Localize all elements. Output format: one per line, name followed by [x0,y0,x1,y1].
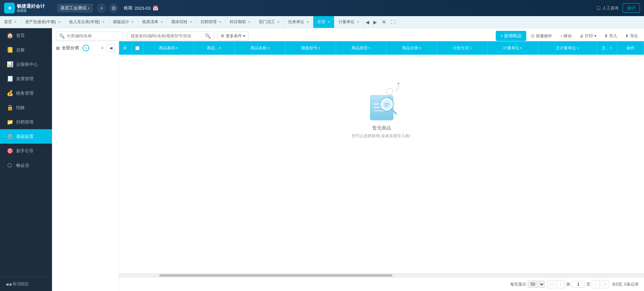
sort-category-icon[interactable]: ⇅ [419,47,421,50]
page-prev-button[interactable]: ⟨ [557,280,565,288]
tab-tax-close[interactable]: ✕ [160,20,163,24]
add-category-icon[interactable]: ＋ [100,45,105,51]
sort-unit-icon[interactable]: ⇅ [520,47,522,50]
scrollbar-thumb[interactable] [159,274,392,277]
add-product-button[interactable]: + 新增商品 [496,31,526,41]
col-barcode: 商品条码 ⇅ [143,41,194,55]
company-name: 基层工会测试 [60,5,87,11]
sidebar-item-tax[interactable]: 💰 税务管理 [0,86,52,100]
tab-balance[interactable]: 资产负债表(中期) ✕ [21,16,65,28]
settings-icon: ⚙️ [7,133,13,140]
horizontal-scrollbar[interactable] [119,273,644,277]
sidebar-item-guide[interactable]: 🎯 新手引导 [0,144,52,158]
page-number-input[interactable] [572,281,585,288]
tab-inventory[interactable]: 存货 ✕ [313,16,334,28]
col-barcode-label: 商品条码 [159,45,175,51]
tab-subject-close[interactable]: ✕ [248,20,251,24]
pin-label: 取消固定 [13,281,29,287]
add-tab-button[interactable]: ＋ [97,3,106,13]
col-main-unit-label: 主计量单位 [556,45,576,51]
import-button[interactable]: ⬆ 导入 [602,32,619,40]
tab-unit-close[interactable]: ✕ [357,20,359,24]
sidebar-item-archive[interactable]: 📁 归档管理 [0,115,52,129]
consult-button[interactable]: 🎧 人工咨询 [596,5,619,11]
sidebar-item-invoice[interactable]: 🧾 发票管理 [0,71,52,86]
sidebar-item-close-label: 结账 [16,105,25,111]
print-button[interactable]: 🖨 打印 ▾ [578,32,598,40]
tab-unit-label: 计量单位 [338,19,355,25]
page-first-button[interactable]: ⟨⟨ [547,280,555,288]
col-settings[interactable]: ⚙ [119,41,131,55]
pin-icon: ◀◀ [5,282,11,287]
tab-unit[interactable]: 计量单位 ✕ [334,16,364,28]
products-table: ⚙ 商品条码 ⇅ [119,41,644,55]
export-button[interactable]: ⬇ 导出 [623,32,640,40]
tab-dept[interactable]: 部门员工 ✕ [255,16,284,28]
tab-inventory-close[interactable]: ✕ [327,20,330,24]
tab-contact-close[interactable]: ✕ [306,20,309,24]
sidebar-item-reports[interactable]: 📊 云报表中心 [0,57,52,71]
tab-template[interactable]: 模版设计 ✕ [109,16,138,28]
tab-contact[interactable]: 往来单位 ✕ [284,16,313,28]
tab-close-all-button[interactable]: ✕ [379,19,389,25]
period-label: 账期 [124,5,132,11]
tab-inventory-label: 存货 [317,19,325,25]
pin-toggle-button[interactable]: ◀◀ 取消固定 [0,277,52,291]
page-suffix: 页 [586,282,590,287]
select-all-checkbox[interactable] [135,46,140,50]
tab-income[interactable]: 收入支出表(年报) ✕ [65,16,109,28]
page-next-button[interactable]: ⟩ [592,280,600,288]
page-size-label: 每页显示 [510,282,526,287]
page-size-selector[interactable]: 每页显示 50 20 100 [510,281,545,288]
tab-expand-button[interactable]: ⛶ [389,19,397,25]
sort-code-icon[interactable]: ⇅ [219,47,221,50]
calendar-icon[interactable]: 📅 [153,5,158,11]
page-last-button[interactable]: ⟩⟩ [601,280,609,288]
batch-button[interactable]: ☑ 批量操作 [529,32,554,40]
sort-barcode-icon[interactable]: ⇅ [176,47,178,50]
move-button[interactable]: ↕ 移动 [558,32,574,40]
main-search-input[interactable] [131,34,203,38]
company-selector[interactable]: 基层工会测试 ▾ [57,4,93,12]
tab-archive-close[interactable]: ✕ [219,20,221,24]
account-button[interactable]: 会计 [623,3,640,13]
settings-button[interactable]: ⚙ [109,3,118,13]
sidebar-item-settings[interactable]: ⚙️ 基础设置 [0,129,52,144]
sidebar-item-ledger[interactable]: 📒 总账 [0,43,52,57]
category-search[interactable]: 🔍 [56,32,123,40]
col-category-label: 商品分类 [402,45,418,51]
tab-contact-label: 往来单位 [288,19,304,25]
tab-home-close[interactable]: ✕ [14,20,17,24]
tab-template-close[interactable]: ✕ [131,20,134,24]
tab-period-close[interactable]: ✕ [190,20,192,24]
tab-balance-close[interactable]: ✕ [58,20,61,24]
page-size-select[interactable]: 50 20 100 [528,281,545,288]
collapse-panel-button[interactable]: ◀ [107,44,115,52]
sort-extra-icon[interactable]: ⇅ [610,47,612,50]
tab-tax[interactable]: 税表清单 ✕ [138,16,167,28]
filter-button[interactable]: ⚙ 更多条件 ▾ [217,32,249,41]
tab-subject[interactable]: 科目期初 ✕ [226,16,255,28]
tab-dept-close[interactable]: ✕ [277,20,280,24]
sort-main-unit-icon[interactable]: ⇅ [577,47,579,50]
tab-archive[interactable]: 归档管理 ✕ [197,16,226,28]
main-search[interactable]: 🔍 [127,32,214,40]
tab-next-button[interactable]: ▶ [371,19,379,25]
sort-name-icon[interactable]: ⇅ [267,47,270,50]
action-buttons: ☑ 批量操作 ↕ 移动 🖨 打印 ▾ ⬆ 导入 [529,32,640,40]
edit-category-icon[interactable]: ✎ [83,45,89,51]
sort-price-icon[interactable]: ⇅ [470,47,472,50]
tab-prev-button[interactable]: ◀ [364,19,371,25]
tab-period[interactable]: 期末结转 ✕ [167,16,197,28]
tab-home[interactable]: 首页 ✕ [0,16,21,28]
col-checkbox[interactable] [131,41,143,55]
sort-type-icon[interactable]: ⇅ [368,47,371,50]
category-search-input[interactable] [67,34,120,38]
sort-spec-icon[interactable]: ⇅ [318,47,320,50]
table-container[interactable]: ⚙ 商品条码 ⇅ [119,41,644,273]
tab-income-close[interactable]: ✕ [102,20,105,24]
sidebar-item-close[interactable]: 🔒 结账 [0,100,52,115]
sidebar-item-member[interactable]: ⬡ 畅会员 [0,158,52,173]
sidebar-item-home[interactable]: 🏠 首页 [0,28,52,43]
sidebar-item-member-label: 畅会员 [16,162,29,168]
